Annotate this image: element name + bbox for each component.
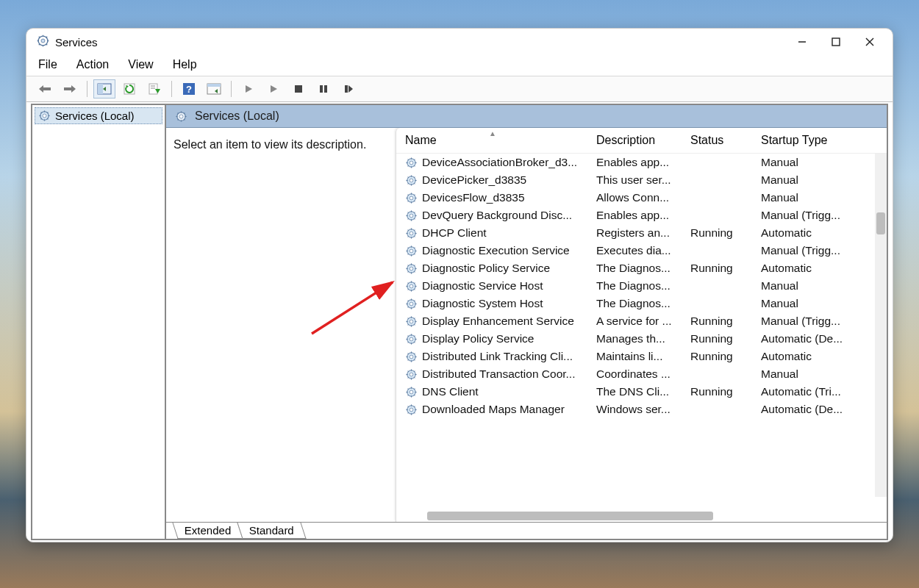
service-description: Coordinates ... [596, 368, 671, 380]
vertical-scrollbar[interactable] [875, 154, 887, 497]
svg-point-132 [410, 284, 413, 288]
service-description: Registers an... [596, 226, 670, 239]
svg-rect-19 [98, 84, 103, 94]
back-button[interactable] [34, 79, 56, 98]
properties-button[interactable] [203, 79, 225, 98]
svg-line-9 [46, 37, 47, 37]
service-description: The Diagnos... [596, 262, 671, 274]
gear-icon [405, 333, 418, 345]
service-row[interactable]: Display Enhancement ServiceA service for… [396, 312, 887, 330]
service-row[interactable]: Distributed Transaction Coor...Coordinat… [396, 365, 887, 383]
menubar: File Action View Help [26, 55, 893, 76]
service-status: Running [690, 262, 733, 274]
service-row[interactable]: Downloaded Maps ManagerWindows ser...Aut… [396, 401, 887, 418]
service-name: DevicePicker_d3835 [422, 173, 526, 187]
service-name: DeviceAssociationBroker_d3... [422, 156, 577, 169]
service-name: Diagnostic System Host [422, 297, 543, 310]
start-service-button[interactable] [237, 79, 260, 98]
service-startup-type: Automatic [761, 262, 812, 274]
menu-view[interactable]: View [128, 58, 153, 71]
start-service-button-2[interactable] [262, 79, 285, 98]
gear-icon [405, 368, 418, 381]
window-title: Services [55, 36, 98, 49]
refresh-button[interactable] [118, 79, 140, 98]
service-startup-type: Manual [761, 368, 798, 380]
menu-help[interactable]: Help [173, 58, 197, 71]
svg-point-122 [410, 267, 413, 270]
service-name: DevicesFlow_d3835 [422, 191, 525, 204]
service-description: This user ser... [596, 173, 671, 186]
service-name: DHCP Client [422, 226, 487, 240]
service-description: The Diagnos... [596, 297, 671, 309]
tree-item-services-local[interactable]: Services (Local) [35, 107, 162, 124]
service-startup-type: Manual [761, 191, 798, 204]
svg-rect-34 [295, 85, 302, 93]
svg-point-172 [410, 355, 413, 359]
maximize-button[interactable] [819, 30, 853, 54]
menu-action[interactable]: Action [76, 58, 109, 71]
service-startup-type: Automatic [761, 226, 812, 239]
service-name: Distributed Transaction Coor... [422, 368, 576, 381]
service-row[interactable]: Display Policy ServiceManages th...Runni… [396, 330, 887, 348]
horizontal-scrollbar[interactable] [396, 510, 887, 522]
service-row[interactable]: DHCP ClientRegisters an...RunningAutomat… [396, 224, 887, 242]
service-row[interactable]: DevicesFlow_d3835Allows Conn...Manual [396, 189, 887, 207]
detail-header: Services (Local) [166, 105, 887, 128]
minimize-button[interactable] [785, 30, 819, 54]
service-row[interactable]: Distributed Link Tracking Cli...Maintain… [396, 348, 887, 365]
service-row[interactable]: DevQuery Background Disc...Enables app..… [396, 207, 887, 224]
svg-rect-37 [345, 85, 348, 93]
services-window: Services File Action View Help [26, 28, 893, 542]
column-header-description[interactable]: Description [592, 134, 686, 147]
help-button[interactable]: ? [178, 79, 200, 98]
menu-file[interactable]: File [38, 58, 57, 71]
show-hide-tree-button[interactable] [93, 79, 115, 98]
pause-service-button[interactable] [312, 79, 335, 98]
service-description: Enables app... [596, 209, 669, 221]
tab-extended[interactable]: Extended [172, 523, 243, 539]
service-name: DevQuery Background Disc... [422, 209, 572, 222]
close-button[interactable] [853, 30, 887, 54]
gear-icon [405, 280, 418, 293]
forward-button[interactable] [59, 79, 81, 98]
vertical-scroll-thumb[interactable] [876, 212, 885, 234]
svg-marker-33 [271, 85, 277, 93]
service-row[interactable]: Diagnostic System HostThe Diagnos...Manu… [396, 295, 887, 312]
gear-icon [405, 245, 418, 257]
list-body[interactable]: DeviceAssociationBroker_d3...Enables app… [396, 154, 887, 510]
svg-point-72 [410, 179, 413, 182]
tab-standard[interactable]: Standard [237, 523, 307, 539]
svg-line-6 [39, 37, 40, 37]
horizontal-scroll-thumb[interactable] [427, 512, 712, 520]
svg-rect-15 [43, 87, 51, 90]
stop-service-button[interactable] [287, 79, 310, 98]
service-description: The Diagnos... [596, 279, 671, 292]
service-row[interactable]: Diagnostic Execution ServiceExecutes dia… [396, 242, 887, 259]
export-list-button[interactable] [143, 79, 165, 98]
service-row[interactable]: Diagnostic Service HostThe Diagnos...Man… [396, 277, 887, 295]
service-description: Allows Conn... [596, 191, 669, 204]
gear-icon [405, 298, 418, 310]
svg-point-162 [410, 337, 413, 341]
service-startup-type: Manual [761, 156, 798, 168]
svg-marker-31 [215, 89, 218, 93]
restart-service-button[interactable] [337, 79, 360, 98]
gear-icon [405, 209, 418, 222]
service-startup-type: Automatic (De... [761, 403, 843, 415]
column-header-startup[interactable]: Startup Type [757, 134, 852, 147]
service-row[interactable]: DNS ClientThe DNS Cli...RunningAutomatic… [396, 383, 887, 401]
svg-point-40 [43, 114, 46, 118]
service-startup-type: Automatic [761, 350, 812, 362]
svg-point-82 [410, 196, 413, 200]
column-header-name[interactable]: ▲ Name [401, 134, 592, 147]
gear-icon [38, 110, 51, 122]
service-row[interactable]: DeviceAssociationBroker_d3...Enables app… [396, 154, 887, 171]
gear-icon [175, 110, 187, 123]
service-name: DNS Client [422, 385, 479, 398]
svg-point-182 [410, 373, 413, 376]
service-row[interactable]: Diagnostic Policy ServiceThe Diagnos...R… [396, 259, 887, 277]
svg-point-1 [41, 39, 45, 43]
column-header-status[interactable]: Status [686, 134, 757, 147]
service-row[interactable]: DevicePicker_d3835This user ser...Manual [396, 171, 887, 189]
annotation-arrow [306, 275, 401, 341]
